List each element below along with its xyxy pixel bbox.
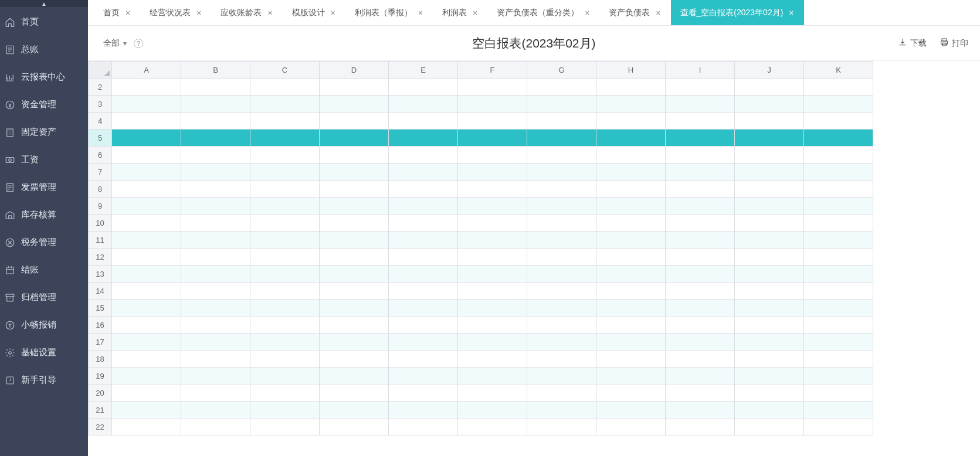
tab[interactable]: 资产负债表× xyxy=(599,0,670,25)
cell[interactable] xyxy=(389,164,458,181)
cell[interactable] xyxy=(596,215,666,232)
cell[interactable] xyxy=(527,198,596,215)
row-header[interactable]: 8 xyxy=(89,181,112,198)
cell[interactable] xyxy=(527,79,596,96)
cell[interactable] xyxy=(804,418,873,435)
cell[interactable] xyxy=(112,96,181,113)
row-header[interactable]: 19 xyxy=(89,367,112,384)
cell[interactable] xyxy=(804,266,873,283)
cell[interactable] xyxy=(320,367,389,384)
cell[interactable] xyxy=(596,350,666,367)
cell[interactable] xyxy=(181,113,250,130)
cell[interactable] xyxy=(458,418,527,435)
tab[interactable]: 查看_空白报表(2023年02月)× xyxy=(671,0,804,25)
tab[interactable]: 首页× xyxy=(94,0,140,25)
cell[interactable] xyxy=(181,147,250,164)
row-header[interactable]: 13 xyxy=(89,266,112,283)
tab[interactable]: 利润表（季报）× xyxy=(345,0,433,25)
cell[interactable] xyxy=(666,283,735,300)
row-header[interactable]: 7 xyxy=(89,164,112,181)
cell[interactable] xyxy=(181,317,250,334)
cell[interactable] xyxy=(596,418,666,435)
cell[interactable] xyxy=(804,401,873,418)
row-header[interactable]: 18 xyxy=(89,350,112,367)
cell[interactable] xyxy=(735,79,804,96)
tab[interactable]: 资产负债表（重分类）× xyxy=(487,0,599,25)
cell[interactable] xyxy=(666,130,735,147)
close-icon[interactable]: × xyxy=(789,8,794,18)
cell[interactable] xyxy=(735,334,804,350)
cell[interactable] xyxy=(389,130,458,147)
sidebar-item-expense[interactable]: 小畅报销 xyxy=(0,311,88,339)
column-header[interactable]: H xyxy=(596,62,666,79)
cell[interactable] xyxy=(389,266,458,283)
cell[interactable] xyxy=(735,266,804,283)
cell[interactable] xyxy=(389,113,458,130)
cell[interactable] xyxy=(527,334,596,350)
cell[interactable] xyxy=(320,334,389,350)
cell[interactable] xyxy=(112,367,181,384)
cell[interactable] xyxy=(458,317,527,334)
cell[interactable] xyxy=(458,401,527,418)
row-header[interactable]: 21 xyxy=(89,401,112,418)
cell[interactable] xyxy=(735,350,804,367)
sidebar-item-inventory[interactable]: 库存核算 xyxy=(0,201,88,229)
cell[interactable] xyxy=(458,249,527,266)
cell[interactable] xyxy=(250,164,320,181)
cell[interactable] xyxy=(389,350,458,367)
cell[interactable] xyxy=(389,198,458,215)
column-header[interactable]: D xyxy=(320,62,389,79)
cell[interactable] xyxy=(320,317,389,334)
cell[interactable] xyxy=(112,300,181,317)
print-button[interactable]: 打印 xyxy=(940,38,968,49)
cell[interactable] xyxy=(596,384,666,401)
row-header[interactable]: 2 xyxy=(89,79,112,96)
cell[interactable] xyxy=(181,232,250,249)
cell[interactable] xyxy=(804,300,873,317)
cell[interactable] xyxy=(250,181,320,198)
cell[interactable] xyxy=(181,266,250,283)
row-header[interactable]: 22 xyxy=(89,418,112,435)
cell[interactable] xyxy=(804,334,873,350)
cell[interactable] xyxy=(181,130,250,147)
cell[interactable] xyxy=(250,350,320,367)
cell[interactable] xyxy=(596,147,666,164)
cell[interactable] xyxy=(181,367,250,384)
column-header[interactable]: J xyxy=(735,62,804,79)
tab[interactable]: 经营状况表× xyxy=(140,0,211,25)
cell[interactable] xyxy=(320,215,389,232)
cell[interactable] xyxy=(596,164,666,181)
cell[interactable] xyxy=(389,300,458,317)
cell[interactable] xyxy=(735,317,804,334)
cell[interactable] xyxy=(112,215,181,232)
cell[interactable] xyxy=(112,266,181,283)
cell[interactable] xyxy=(250,232,320,249)
cell[interactable] xyxy=(250,384,320,401)
cell[interactable] xyxy=(596,79,666,96)
cell[interactable] xyxy=(181,215,250,232)
row-header[interactable]: 5 xyxy=(89,130,112,147)
cell[interactable] xyxy=(112,113,181,130)
cell[interactable] xyxy=(458,384,527,401)
sidebar-item-salary[interactable]: 工资 xyxy=(0,146,88,173)
cell[interactable] xyxy=(596,113,666,130)
row-header[interactable]: 11 xyxy=(89,232,112,249)
cell[interactable] xyxy=(666,418,735,435)
cell[interactable] xyxy=(112,317,181,334)
cell[interactable] xyxy=(458,266,527,283)
cell[interactable] xyxy=(527,164,596,181)
tab[interactable]: 应收账龄表× xyxy=(211,0,282,25)
column-header[interactable]: I xyxy=(666,62,735,79)
cell[interactable] xyxy=(527,401,596,418)
cell[interactable] xyxy=(804,249,873,266)
cell[interactable] xyxy=(735,401,804,418)
cell[interactable] xyxy=(666,317,735,334)
column-header[interactable]: C xyxy=(250,62,320,79)
cell[interactable] xyxy=(527,215,596,232)
row-header[interactable]: 20 xyxy=(89,384,112,401)
cell[interactable] xyxy=(666,367,735,384)
sidebar-item-guide[interactable]: 新手引导 xyxy=(0,366,88,394)
cell[interactable] xyxy=(320,401,389,418)
cell[interactable] xyxy=(666,198,735,215)
cell[interactable] xyxy=(527,300,596,317)
